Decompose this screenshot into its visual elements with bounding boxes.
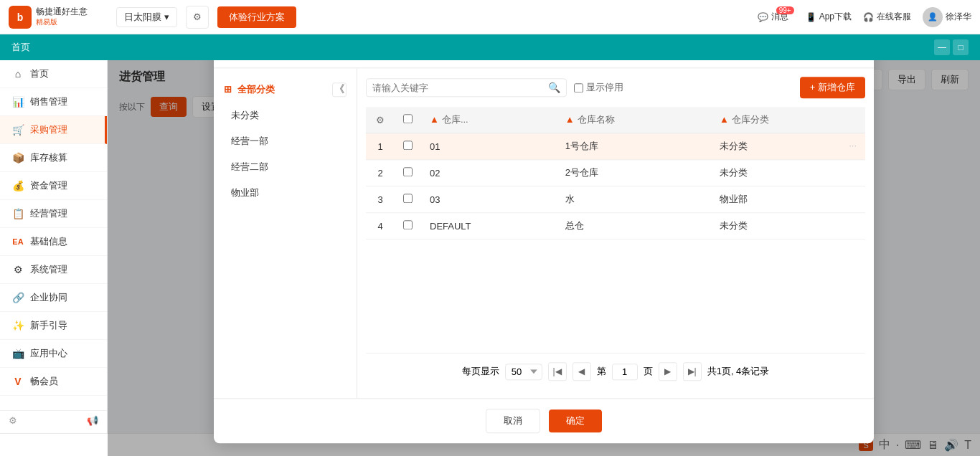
sidebar-label-inventory: 库存核算 (30, 151, 67, 164)
search-icon[interactable]: 🔍 (548, 82, 560, 93)
category-item-unclassified[interactable]: 未分类 (214, 103, 357, 128)
warehouse-table: ⚙ ▲仓库... ▲仓库名称 ▲仓库分类 1 01 (366, 107, 865, 239)
row-category: 物业部 (711, 186, 865, 213)
show-disabled-checkbox[interactable]: 显示停用 (574, 81, 623, 94)
col-category: ▲仓库分类 (711, 107, 865, 133)
breadcrumb-home[interactable]: 首页 (11, 41, 30, 54)
sidebar-item-member[interactable]: V 畅会员 (0, 368, 107, 396)
settings-bottom-icon[interactable]: ⚙ (9, 415, 17, 426)
finance-icon: 💰 (11, 179, 24, 192)
all-category-label[interactable]: 全部分类 (237, 84, 275, 95)
row-checkbox[interactable] (395, 133, 421, 160)
app-center-icon: 📺 (11, 347, 24, 360)
online-service-item[interactable]: 🎧 在线客服 (863, 11, 911, 23)
gear-icon: ⚙ (193, 11, 202, 22)
search-input[interactable] (372, 82, 544, 93)
sidebar-label-guide: 新手引导 (30, 319, 67, 332)
expand-icon[interactable]: 📢 (87, 415, 98, 426)
table-row[interactable]: 1 01 1号仓库 未分类 ··· (366, 133, 865, 160)
row-code: 01 (421, 133, 557, 160)
settings-button[interactable]: ⚙ (186, 6, 209, 29)
sidebar-label-enterprise: 企业协同 (30, 291, 67, 304)
user-item[interactable]: 👤 徐泽华 (923, 7, 971, 27)
minimize-button[interactable]: — (934, 39, 950, 55)
category-panel: ⊞ 全部分类 《 未分类 经营一部 经营二部 物业部 (214, 68, 357, 398)
per-page-select[interactable]: 50 10 20 100 (505, 364, 542, 380)
trial-button[interactable]: 体验行业方案 (217, 6, 296, 28)
show-disabled-check[interactable] (574, 83, 583, 92)
row-category: 未分类 (711, 160, 865, 186)
select-all-checkbox[interactable] (403, 114, 413, 123)
table-row[interactable]: 3 03 水 物业部 (366, 186, 865, 213)
sidebar-item-inventory[interactable]: 📦 库存核算 (0, 144, 107, 172)
col-code: ▲仓库... (421, 107, 557, 133)
row-code: 02 (421, 160, 557, 186)
headset-icon: 🎧 (863, 12, 874, 22)
sidebar-label-basic-info: 基础信息 (30, 235, 67, 248)
total-info: 共1页, 4条记录 (707, 365, 770, 378)
sidebar-item-finance[interactable]: 💰 资金管理 (0, 172, 107, 200)
prev-page-button[interactable]: ◀ (573, 362, 591, 381)
maximize-button[interactable]: □ (953, 39, 969, 55)
home-icon: ⌂ (11, 67, 24, 80)
store-selector[interactable]: 日太阳膜 ▾ (116, 7, 177, 27)
grid-icon: ⊞ (224, 84, 232, 95)
basic-info-icon: EA (11, 235, 24, 248)
category-item-dept2[interactable]: 经营二部 (214, 154, 357, 180)
message-icon: 💬 (758, 12, 768, 22)
collapse-arrow[interactable]: 《 (332, 82, 347, 97)
sidebar-item-operations[interactable]: 📋 经营管理 (0, 200, 107, 228)
row-actions[interactable]: ··· (849, 140, 857, 151)
sidebar-item-app-center[interactable]: 📺 应用中心 (0, 340, 107, 368)
table-row[interactable]: 4 DEFAULT 总仓 未分类 (366, 213, 865, 239)
table-row[interactable]: 2 02 2号仓库 未分类 (366, 160, 865, 186)
modal-header: 仓库 ✕ (214, 60, 874, 68)
sidebar-label-purchase: 采购管理 (30, 123, 67, 136)
pagination-bar: 每页显示 50 10 20 100 |◀ ◀ 第 页 ▶ ▶| (366, 353, 865, 389)
sidebar-item-home[interactable]: ⌂ 首页 (0, 60, 107, 88)
sidebar-label-finance: 资金管理 (30, 179, 67, 192)
sidebar-item-system[interactable]: ⚙ 系统管理 (0, 256, 107, 284)
message-item[interactable]: 💬 消息 99+ (758, 11, 788, 23)
last-page-button[interactable]: ▶| (683, 362, 702, 381)
cancel-button[interactable]: 取消 (486, 409, 540, 433)
row-checkbox[interactable] (395, 213, 421, 239)
first-page-button[interactable]: |◀ (548, 362, 567, 381)
sidebar-item-basic-info[interactable]: EA 基础信息 (0, 228, 107, 256)
row-num: 2 (366, 160, 395, 186)
sidebar-item-guide[interactable]: ✨ 新手引导 (0, 312, 107, 340)
sidebar-item-sales[interactable]: 📊 销售管理 (0, 88, 107, 116)
top-header: b 畅捷通好生意 精易版 日太阳膜 ▾ ⚙ 体验行业方案 💬 消息 99+ 📱 … (0, 0, 980, 34)
purchase-icon: 🛒 (11, 123, 24, 136)
sidebar-item-purchase[interactable]: 🛒 采购管理 (0, 116, 107, 144)
row-name: 1号仓库 (557, 133, 711, 160)
sidebar-item-enterprise[interactable]: 🔗 企业协同 (0, 284, 107, 312)
row-num: 4 (366, 213, 395, 239)
add-warehouse-button[interactable]: + 新增仓库 (800, 77, 865, 98)
per-page-label: 每页显示 (462, 365, 499, 378)
row-checkbox[interactable] (395, 186, 421, 213)
app-download-item[interactable]: 📱 App下载 (806, 11, 852, 23)
header-right: 💬 消息 99+ 📱 App下载 🎧 在线客服 👤 徐泽华 (758, 7, 971, 27)
row-category: 未分类 ··· (711, 133, 865, 160)
row-num: 3 (366, 186, 395, 213)
category-item-dept1[interactable]: 经营一部 (214, 128, 357, 154)
confirm-button[interactable]: 确定 (549, 409, 602, 432)
message-badge: 99+ (776, 6, 794, 14)
page-number-input[interactable] (612, 364, 638, 380)
category-header: ⊞ 全部分类 《 (214, 77, 357, 103)
search-input-wrap[interactable]: 🔍 (366, 78, 567, 97)
row-checkbox[interactable] (395, 160, 421, 186)
sidebar-label-system: 系统管理 (30, 263, 67, 276)
row-code: 03 (421, 186, 557, 213)
content-area: 进货管理 印 导出 刷新 按以下 查询 设置 仓库 ✕ (108, 60, 980, 456)
category-item-property[interactable]: 物业部 (214, 180, 357, 206)
logo-icon: b (9, 6, 32, 29)
sidebar-label-app-center: 应用中心 (30, 347, 67, 360)
operations-icon: 📋 (11, 207, 24, 220)
table-panel: 🔍 显示停用 + 新增仓库 ⚙ ▲仓库. (357, 68, 874, 398)
logo-text: 畅捷通好生意 精易版 (36, 6, 88, 28)
modal-footer: 取消 确定 (214, 398, 874, 443)
row-code: DEFAULT (421, 213, 557, 239)
next-page-button[interactable]: ▶ (659, 362, 677, 381)
